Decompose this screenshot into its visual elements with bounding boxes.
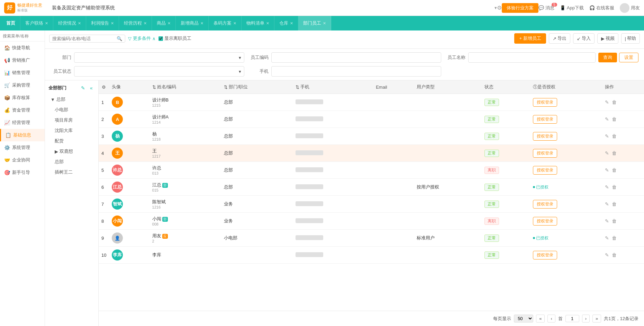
edit-btn[interactable]: ✎ xyxy=(605,99,609,105)
sidebar-item-system[interactable]: ⚙️ 系统管理 xyxy=(0,141,45,154)
nav-tab-profit[interactable]: 利润报告 ✕ xyxy=(86,16,119,30)
first-page-btn[interactable]: « xyxy=(536,315,545,323)
edit-btn[interactable]: ✎ xyxy=(605,150,609,156)
user-btn[interactable]: 用友 xyxy=(620,3,640,13)
nav-tab-add-goods[interactable]: 新增商品 ✕ xyxy=(176,16,209,30)
add-employee-button[interactable]: + 新增员工 xyxy=(514,33,546,44)
edit-btn[interactable]: ✎ xyxy=(605,252,609,258)
sidebar-item-purchase[interactable]: 🛒 采购管理 xyxy=(0,79,45,91)
col-settings[interactable]: ⚙ xyxy=(99,80,109,94)
last-page-btn[interactable]: » xyxy=(592,315,601,323)
nav-tab-customer[interactable]: 客户联络 ✕ xyxy=(20,16,53,30)
show-resigned-label[interactable]: 显示离职员工 xyxy=(158,35,191,42)
close-icon[interactable]: ✕ xyxy=(266,21,269,26)
prev-page-btn[interactable]: ‹ xyxy=(547,315,555,323)
close-icon[interactable]: ✕ xyxy=(78,21,81,26)
delete-btn[interactable]: 🗑 xyxy=(612,150,617,156)
auth-login-btn[interactable]: 授权登录 xyxy=(533,200,557,209)
sidebar-search-input[interactable] xyxy=(3,34,45,38)
app-download-btn[interactable]: 📱 App下载 xyxy=(560,5,584,11)
try-btn[interactable]: 体验行业方案 xyxy=(502,3,538,13)
auth-login-btn[interactable]: 授权登录 xyxy=(533,251,557,259)
nav-tab-bom[interactable]: 物料清单 ✕ xyxy=(242,16,274,30)
sidebar-item-basic[interactable]: 📋 基础信息 xyxy=(0,129,45,141)
auth-login-btn[interactable]: 授权登录 xyxy=(533,217,557,226)
phone-input[interactable] xyxy=(271,66,442,77)
edit-btn[interactable]: ✎ xyxy=(605,201,609,207)
page-number-input[interactable] xyxy=(565,315,579,322)
sidebar-item-sales[interactable]: 📊 销售管理 xyxy=(0,67,45,79)
tree-item-small-elec[interactable]: 小电部 xyxy=(45,105,98,115)
sidebar-item-quicknav[interactable]: 🏠 快捷导航 xyxy=(0,42,45,54)
close-icon[interactable]: ✕ xyxy=(45,21,48,26)
auth-login-btn[interactable]: 授权登录 xyxy=(533,166,557,175)
show-resigned-checkbox[interactable] xyxy=(158,36,163,41)
delete-btn[interactable]: 🗑 xyxy=(612,218,617,224)
auth-login-btn[interactable]: 授权登录 xyxy=(533,149,557,158)
close-icon[interactable]: ✕ xyxy=(200,21,203,26)
delete-btn[interactable]: 🗑 xyxy=(612,184,617,190)
close-icon-active[interactable]: ✕ xyxy=(323,21,326,26)
nav-tab-barcode[interactable]: 条码方案 ✕ xyxy=(209,16,242,30)
nav-tab-home[interactable]: 首页 xyxy=(1,16,20,30)
delete-btn[interactable]: 🗑 xyxy=(612,116,617,122)
set-button[interactable]: 设置 xyxy=(619,53,638,62)
emp-code-input[interactable] xyxy=(271,52,442,63)
dept-collapse-btn[interactable]: « xyxy=(88,85,95,91)
nav-tab-history[interactable]: 经营历程 ✕ xyxy=(119,16,152,30)
help-button[interactable]: | 帮助 xyxy=(621,33,640,44)
tree-item-chashuwang[interactable]: 插树王二 xyxy=(45,167,98,177)
col-dept[interactable]: ⇅ 部门/职位 xyxy=(221,80,293,94)
close-icon[interactable]: ✕ xyxy=(167,21,171,26)
message-btn[interactable]: 💬 消息 5 xyxy=(538,5,554,11)
per-page-select[interactable]: 50 100 xyxy=(514,315,533,323)
close-icon[interactable]: ✕ xyxy=(233,21,236,26)
tree-item-hq[interactable]: 总部 xyxy=(45,157,98,167)
tree-item-delivery[interactable]: 配货 xyxy=(45,136,98,146)
nav-tab-operation[interactable]: 经营情况 ✕ xyxy=(53,16,86,30)
auth-login-btn[interactable]: 授权登录 xyxy=(533,132,557,141)
nav-tab-warehouse[interactable]: 仓库 ✕ xyxy=(274,16,298,30)
edit-btn[interactable]: ✎ xyxy=(605,218,609,224)
emp-status-select[interactable]: ▾ xyxy=(74,66,244,77)
col-phone[interactable]: ⇅ 手机 xyxy=(293,80,373,94)
nav-tab-goods[interactable]: 商品 ✕ xyxy=(152,16,176,30)
col-name[interactable]: ⇅ 姓名/编码 xyxy=(149,80,221,94)
edit-btn[interactable]: ✎ xyxy=(605,184,609,190)
delete-btn[interactable]: 🗑 xyxy=(612,133,617,139)
edit-btn[interactable]: ✎ xyxy=(605,133,609,139)
sidebar-item-inventory[interactable]: 📦 库存核算 xyxy=(0,91,45,104)
delete-btn[interactable]: 🗑 xyxy=(612,99,617,105)
next-page-btn[interactable]: › xyxy=(582,315,590,323)
delete-btn[interactable]: 🗑 xyxy=(612,201,617,207)
dept-add-btn[interactable]: ✎ xyxy=(80,85,87,91)
edit-btn[interactable]: ✎ xyxy=(605,167,609,173)
close-icon[interactable]: ✕ xyxy=(111,21,114,26)
sidebar-item-finance[interactable]: 💰 资金管理 xyxy=(0,104,45,116)
tree-item-project[interactable]: 项目库房 xyxy=(45,115,98,125)
sidebar-item-guide[interactable]: 🎯 新手引导 xyxy=(0,166,45,179)
edit-btn[interactable]: ✎ xyxy=(605,116,609,122)
auth-login-btn[interactable]: 授权登录 xyxy=(533,115,557,124)
delete-btn[interactable]: 🗑 xyxy=(612,252,617,258)
close-icon[interactable]: ✕ xyxy=(144,21,147,26)
video-button[interactable]: ▶ 视频 xyxy=(597,33,618,44)
online-service-btn[interactable]: 🎧 在线客服 xyxy=(589,5,614,11)
tree-item-general[interactable]: ▼ 总部 xyxy=(45,94,98,105)
tree-item-shuanglu[interactable]: ▶ 双鹿想 xyxy=(45,146,98,157)
gear-button[interactable]: ⚙ xyxy=(497,5,502,11)
search-input[interactable] xyxy=(52,36,115,41)
delete-btn[interactable]: 🗑 xyxy=(612,167,617,173)
sidebar-item-biz[interactable]: 📈 经营管理 xyxy=(0,116,45,129)
edit-btn[interactable]: ✎ xyxy=(605,235,609,241)
tree-item-shenyang[interactable]: 沈阳大库 xyxy=(45,125,98,136)
auth-login-btn[interactable]: 授权登录 xyxy=(533,98,557,107)
query-button[interactable]: 查询 xyxy=(598,53,617,62)
more-filter-btn[interactable]: ▽ 更多条件 ∧ xyxy=(128,35,156,42)
close-icon[interactable]: ✕ xyxy=(290,21,293,26)
nav-tab-employee[interactable]: 部门员工 ✕ xyxy=(298,16,331,30)
export-button[interactable]: ↗ 导出 xyxy=(549,33,570,44)
delete-btn[interactable]: 🗑 xyxy=(612,235,617,241)
emp-name-input[interactable] xyxy=(468,52,596,63)
sidebar-item-collab[interactable]: 🤝 企业协同 xyxy=(0,154,45,166)
